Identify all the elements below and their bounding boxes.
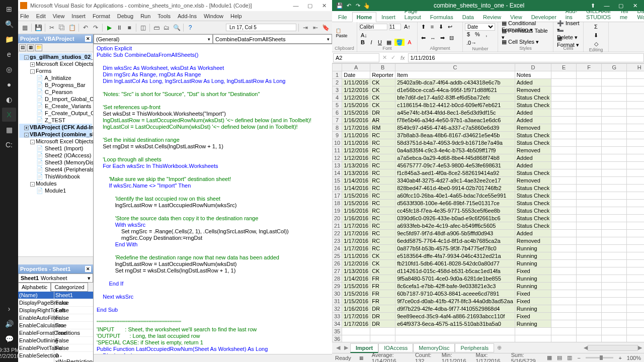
explorer-icon[interactable]: 📁 [2,32,16,46]
cell[interactable]: Status Check [515,132,551,139]
cell[interactable]: 1/11/2016 [342,79,370,86]
menu-edit[interactable]: Edit [36,13,46,19]
cell[interactable]: Running [515,260,551,267]
cell[interactable] [627,230,644,237]
cell[interactable] [602,305,627,313]
cell[interactable]: DR [370,109,395,117]
property-row[interactable]: EnablePivotTableFalse [18,344,93,352]
row-header[interactable]: 19 [333,207,342,215]
cell[interactable]: DR [370,305,395,313]
excel-icon[interactable]: X [2,108,16,122]
paste-icon[interactable]: 📋 [67,23,76,32]
menu-tools[interactable]: Tools [157,13,171,19]
cell[interactable]: cc45fc18-f7ea-4e35-9771-5553ce5f6ee8b [395,207,515,215]
cell[interactable] [602,275,627,283]
outdent-icon[interactable]: ⇤ [311,23,320,32]
cell[interactable] [627,79,644,86]
cell[interactable]: 1/15/2016 [342,192,370,200]
cell[interactable]: c1186154-8b12-4412-b0cd-609ef67eb621 [395,102,515,109]
zoom-in-icon[interactable]: + [618,355,621,361]
format-as-table-button[interactable]: ▦ Format as Table ▾ [500,31,551,38]
autosum-icon[interactable]: Σ [593,23,600,30]
col-header[interactable]: B [370,64,395,71]
row-header[interactable]: 28 [333,275,342,283]
cell[interactable]: 1/16/2016 [342,215,370,222]
row-header[interactable]: 23 [333,237,342,245]
break-icon[interactable]: ⏸ [115,23,124,32]
cell[interactable] [577,86,602,94]
cell[interactable] [627,154,644,162]
zoom-out-icon[interactable]: − [577,355,580,361]
tree-node[interactable]: 📄 D_Import_Global_Constants [19,96,92,103]
cell[interactable] [627,252,644,260]
hscroll-left-icon[interactable]: ◀ [584,344,588,351]
tree-scrollbar[interactable] [18,256,93,264]
cell[interactable]: 8549c97-d456-4746-a337-c7a5860e6d39 [395,124,515,132]
cell[interactable] [577,298,602,305]
cell[interactable] [551,79,577,86]
run-icon[interactable]: ▶ [105,23,114,32]
cell[interactable]: RC [370,192,395,200]
cell[interactable] [627,222,644,230]
tray-expand-icon[interactable]: › [2,302,16,316]
row-header[interactable]: 12 [333,154,342,162]
cell[interactable] [551,275,577,283]
row-header[interactable]: 33 [333,313,342,320]
cell[interactable] [602,124,627,132]
cell[interactable]: Added [515,154,551,162]
tree-node[interactable]: -Forms [19,67,92,74]
cell[interactable] [602,139,627,147]
cell[interactable]: Status Check [515,102,551,109]
view-code-icon[interactable]: ▤ [19,44,26,51]
row-header[interactable]: 21 [333,222,342,230]
cell[interactable]: RC [370,162,395,169]
ribbon-tab-data[interactable]: Data [458,13,478,22]
tree-node[interactable]: 📄 Sheet1 (Import) [19,145,92,152]
property-row[interactable]: EnableCalculationTrue [18,322,93,329]
cell[interactable] [551,185,577,192]
cell[interactable]: FR [370,275,395,283]
cell[interactable] [577,222,602,230]
cell[interactable] [577,313,602,320]
cell[interactable] [602,71,627,79]
cell[interactable] [627,117,644,124]
cell[interactable]: 1/17/2016 [342,320,370,328]
code-editor[interactable]: Option Explicit Public Sub CombineDataFr… [94,44,332,354]
cell[interactable]: RC [370,169,395,177]
cell[interactable]: 1/17/2016 [342,237,370,245]
vba-titlebar[interactable]: Microsoft Visual Basic for Applications … [18,0,332,11]
cell[interactable] [627,245,644,252]
cell[interactable]: RC [370,154,395,162]
cell[interactable]: Added [515,162,551,169]
col-header[interactable]: C [395,64,515,71]
cell[interactable] [577,290,602,298]
cell[interactable]: 9ee89eecd-35c9-4af4-a886-21693abcc110f [395,313,515,320]
cell[interactable] [577,71,602,79]
increase-font-icon[interactable]: A↑ [403,23,412,30]
underline-button[interactable]: U [376,39,383,46]
cell[interactable] [551,222,577,230]
tree-node[interactable]: 📄 ThisWorkbook [19,173,92,180]
zoom-level[interactable]: 100% [627,355,641,361]
cell[interactable] [602,267,627,275]
cell[interactable] [627,283,644,290]
tree-node[interactable]: 📄 B_Progress_Bar [19,81,92,88]
cell[interactable]: Running [515,275,551,283]
col-header[interactable]: H [627,64,644,71]
row-header[interactable]: 36 [333,335,342,342]
cell[interactable]: 1/16/2016 [342,207,370,215]
cell[interactable]: Removed [515,124,551,132]
cell[interactable] [602,237,627,245]
ribbon-tab-insert[interactable]: Insert [377,13,399,22]
cell[interactable]: Running [515,252,551,260]
bold-button[interactable]: B [359,39,366,46]
tray-icon[interactable]: 🔊 [2,317,16,331]
merge-icon[interactable]: ⊟ [448,35,455,42]
cell[interactable] [602,162,627,169]
cell-styles-button[interactable]: ▦ Cell Styles ▾ [500,38,540,45]
cell[interactable] [627,290,644,298]
cell[interactable] [551,335,577,342]
row-header[interactable]: 24 [333,245,342,252]
cell[interactable] [627,139,644,147]
redo-icon[interactable]: ↷ [91,23,100,32]
